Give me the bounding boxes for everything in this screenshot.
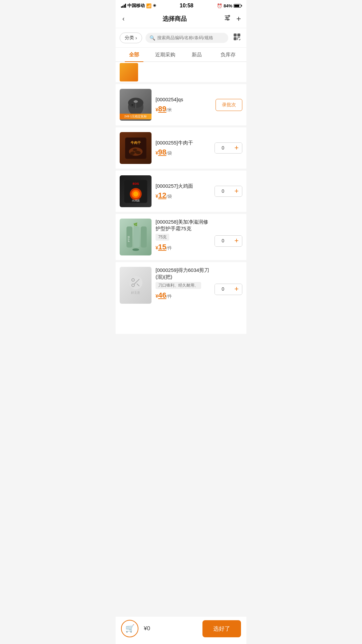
product-action-0000259: 0 + (215, 267, 242, 295)
tab-recent[interactable]: 近期采购 (150, 48, 181, 61)
partial-product-item (116, 62, 246, 82)
category-chevron: › (135, 35, 137, 41)
product-info-0000259: [0000259]得力6034剪刀(混)(把) 刀口锋利、经久耐用、 ¥46/件 (156, 267, 210, 300)
qty-control-0000257: 0 + (215, 186, 242, 197)
svg-text:🌿: 🌿 (133, 222, 138, 227)
product-image-0000259: 好主意 (120, 267, 152, 304)
svg-rect-9 (235, 35, 236, 36)
product-action-0000255: 0 + (215, 142, 242, 154)
product-image-0000258: 护手霜 🌿 (120, 219, 152, 255)
search-input-wrap: 🔍 (145, 33, 228, 43)
qty-display-0000258: 0 (215, 236, 231, 246)
svg-line-42 (137, 284, 139, 286)
svg-point-40 (132, 284, 134, 287)
status-right: ⏰ 84% (217, 3, 241, 8)
svg-point-4 (226, 17, 227, 18)
status-bar: 中国移动 📶 ✳ 10:58 ⏰ 84% (116, 0, 246, 10)
search-icon: 🔍 (149, 35, 155, 41)
partial-product-image (120, 63, 138, 81)
product-item: 好主意 [0000259]得力6034剪刀(混)(把) 刀口锋利、经久耐用、 ¥… (116, 262, 246, 334)
tab-new[interactable]: 新品 (181, 48, 213, 61)
status-time: 10:58 (180, 3, 193, 9)
product-item: EOS 火鸡面 [0000257]火鸡面 ¥12/袋 0 + (116, 171, 246, 212)
qty-control-0000259: 0 + (215, 284, 242, 295)
svg-text:牛肉干: 牛肉干 (131, 141, 141, 144)
qty-display-0000259: 0 (215, 284, 231, 295)
search-input[interactable] (157, 35, 224, 40)
scissors-logo-text: 好主意 (131, 291, 140, 295)
svg-text:护手霜: 护手霜 (127, 236, 130, 242)
add-icon[interactable]: + (236, 14, 241, 23)
svg-point-37 (132, 248, 139, 251)
qty-plus-0000257[interactable]: + (231, 186, 242, 196)
product-image-0000254: 249 1元稳定鼠标 (120, 89, 152, 121)
svg-point-5 (227, 19, 229, 20)
back-button[interactable]: ‹ (121, 13, 126, 24)
tab-all-label: 全部 (129, 52, 139, 57)
product-item: 牛肉干 [0000255]牛肉干 ¥98/袋 0 + (116, 127, 246, 169)
product-item: 249 1元稳定鼠标 [0000254]qs ¥89/米 录批次 (116, 84, 246, 125)
product-image-0000255: 牛肉干 (120, 132, 152, 164)
svg-rect-34 (133, 227, 139, 248)
product-action-0000257: 0 + (215, 186, 242, 197)
tab-new-label: 新品 (192, 52, 202, 57)
sync-icon: ✳ (153, 3, 156, 8)
category-label: 分类 (125, 35, 134, 41)
filter-icon[interactable] (224, 14, 231, 23)
svg-rect-35 (141, 227, 147, 248)
category-button[interactable]: 分类 › (120, 33, 142, 43)
svg-point-19 (133, 100, 138, 103)
qty-plus-0000259[interactable]: + (231, 284, 242, 294)
product-price-0000255: ¥98/袋 (156, 148, 210, 157)
header: ‹ 选择商品 + (116, 10, 246, 28)
product-badge-0000254: 249 1元稳定鼠标 (120, 114, 152, 119)
battery-percent: 84% (224, 3, 232, 8)
header-actions: + (224, 14, 241, 23)
tabs-row: 全部 近期采购 新品 负库存 (116, 48, 246, 62)
svg-point-20 (131, 104, 133, 106)
product-price-0000258: ¥15/件 (156, 243, 210, 251)
product-name-0000257: [0000257]火鸡面 (156, 183, 210, 189)
product-name-0000259: [0000259]得力6034剪刀(混)(把) (156, 267, 210, 280)
qty-display-0000257: 0 (215, 186, 231, 197)
product-price-0000254: ¥89/米 (156, 105, 212, 113)
product-price-0000259: ¥46/件 (156, 291, 210, 300)
product-info-0000258: [0000258]美加净滋润修护型护手霜75克 75克 ¥15/件 (156, 219, 210, 251)
product-price-0000257: ¥12/袋 (156, 191, 210, 200)
qty-plus-0000258[interactable]: + (231, 236, 242, 246)
qty-display-0000255: 0 (215, 143, 231, 154)
product-image-0000257: EOS 火鸡面 (120, 175, 152, 207)
product-name-0000255: [0000255]牛肉干 (156, 139, 210, 146)
product-name-0000258: [0000258]美加净滋润修护型护手霜75克 (156, 219, 210, 232)
product-tag-0000258: 75克 (156, 234, 169, 241)
search-row: 分类 › 🔍 (116, 28, 246, 48)
qty-control-0000258: 0 + (215, 235, 242, 247)
tab-all[interactable]: 全部 (118, 48, 150, 61)
tab-negative-label: 负库存 (221, 52, 236, 57)
battery-icon (234, 4, 241, 8)
product-info-0000254: [0000254]qs ¥89/米 (156, 96, 212, 114)
scan-icon[interactable] (232, 32, 242, 44)
alarm-icon: ⏰ (217, 3, 222, 8)
record-batch-button-0000254[interactable]: 录批次 (216, 99, 242, 111)
status-left: 中国移动 📶 ✳ (121, 3, 156, 9)
svg-text:火鸡面: 火鸡面 (132, 199, 140, 202)
carrier-label: 中国移动 (127, 3, 145, 9)
qty-control-0000255: 0 + (215, 142, 242, 154)
product-action-0000258: 0 + (215, 219, 242, 247)
product-name-0000254: [0000254]qs (156, 96, 212, 103)
product-list: 249 1元稳定鼠标 [0000254]qs ¥89/米 录批次 牛肉干 [00… (116, 62, 246, 334)
tab-negative[interactable]: 负库存 (213, 48, 244, 61)
product-action-0000254: 录批次 (216, 99, 242, 111)
product-tag-0000259: 刀口锋利、经久耐用、 (156, 282, 201, 289)
svg-rect-10 (238, 35, 239, 36)
page-title: 选择商品 (163, 15, 187, 23)
product-item: 护手霜 🌿 [0000258]美加净滋润修护型护手霜75克 75克 ¥15/件 … (116, 214, 246, 260)
signal-icon (121, 4, 126, 8)
svg-rect-11 (235, 38, 236, 39)
qty-plus-0000255[interactable]: + (231, 143, 242, 153)
svg-point-39 (132, 279, 134, 281)
wifi-icon: 📶 (146, 3, 152, 8)
svg-text:EOS: EOS (132, 182, 139, 185)
tab-recent-label: 近期采购 (155, 52, 175, 57)
